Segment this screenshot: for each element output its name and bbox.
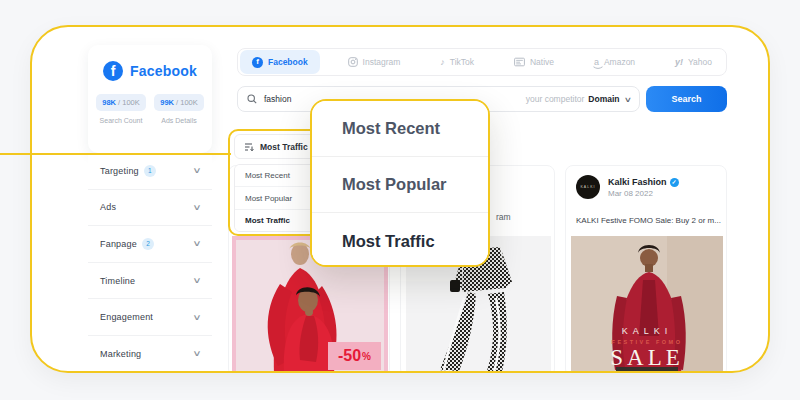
ad-image-kalki-sale: KALKI FESTIVE FOMO SALE ENDS SOON <box>571 236 723 373</box>
search-icon <box>247 90 257 108</box>
tab-label: Amazon <box>604 57 635 67</box>
ad-card-kalki[interactable]: KALKI Kalki Fashion✓ Mar 08 2022 KALKI F… <box>565 165 727 373</box>
sidebar-item-targeting[interactable]: Targeting 1 ∨ <box>88 153 212 190</box>
tab-tiktok[interactable]: ♪ TikTok <box>428 50 486 74</box>
ads-details-pill: 99K / 100K <box>154 94 204 111</box>
yahoo-icon: y! <box>675 57 683 67</box>
search-count-label: Search Count <box>100 117 143 124</box>
network-tab-bar: f Facebook Instagram ♪ TikTok Native a <box>237 48 727 76</box>
ad-date: Mar 08 2022 <box>608 189 653 198</box>
popup-option-most-recent[interactable]: Most Recent <box>312 101 488 157</box>
sort-icon <box>244 138 254 156</box>
menu-label: Marketing <box>100 349 141 359</box>
instagram-icon <box>348 57 358 67</box>
app-window-frame: f Facebook 98K / 100K Search Count 99K /… <box>30 25 770 373</box>
magnified-sort-popup: Most Recent Most Popular Most Traffic <box>310 99 490 267</box>
search-count-pill: 98K / 100K <box>96 94 146 111</box>
facebook-logo-icon: f <box>103 61 123 81</box>
annotation-line <box>0 153 231 155</box>
menu-label: Targeting <box>100 166 139 176</box>
sidebar-item-timeline[interactable]: Timeline ∨ <box>88 263 212 300</box>
targeting-count-badge: 1 <box>144 165 156 177</box>
ads-details-label: Ads Details <box>161 117 196 124</box>
competitor-hint: your competitor <box>526 94 585 104</box>
ad-description: KALKI Festive FOMO Sale: Buy 2 or m... <box>576 216 721 225</box>
fanpage-count-badge: 2 <box>142 238 154 250</box>
sidebar-filter-menu: Targeting 1 ∨ Ads ∨ Fanpage 2 ∨ Timeline… <box>88 153 212 373</box>
ad-text-fragment: ram <box>496 212 511 222</box>
menu-label: Ads <box>100 202 116 212</box>
chevron-down-icon: ∨ <box>192 276 201 285</box>
popup-option-most-popular[interactable]: Most Popular <box>312 157 488 213</box>
menu-label: Engagement <box>100 312 153 322</box>
search-button[interactable]: Search <box>646 86 727 112</box>
sidebar-brand-card: f Facebook 98K / 100K Search Count 99K /… <box>88 45 212 153</box>
kalki-cta-button: ENDS SOON <box>616 367 678 373</box>
tab-label: Facebook <box>268 57 308 67</box>
tab-amazon[interactable]: a Amazon <box>582 50 647 74</box>
chevron-down-icon: ∨ <box>192 239 201 248</box>
tab-label: Native <box>530 57 554 67</box>
menu-label: Fanpage <box>100 239 137 249</box>
tab-facebook[interactable]: f Facebook <box>240 50 320 74</box>
tab-label: Instagram <box>363 57 401 67</box>
ad-card-header: KALKI Kalki Fashion✓ Mar 08 2022 KALKI F… <box>566 166 726 236</box>
search-count-value: 98K <box>102 98 116 107</box>
tab-native[interactable]: Native <box>502 50 566 74</box>
chevron-down-icon: ∨ <box>192 313 201 322</box>
tiktok-icon: ♪ <box>440 57 445 67</box>
brand-row: f Facebook <box>103 61 197 81</box>
search-count-stat: 98K / 100K Search Count <box>96 94 146 124</box>
amazon-icon: a <box>594 57 599 67</box>
sidebar-item-marketing[interactable]: Marketing ∨ <box>88 336 212 373</box>
facebook-icon: f <box>252 57 263 68</box>
advertiser-avatar: KALKI <box>576 175 600 199</box>
chevron-down-icon: ∨ <box>192 203 201 212</box>
tab-instagram[interactable]: Instagram <box>336 50 413 74</box>
search-count-total: / 100K <box>118 98 140 107</box>
ads-details-value: 99K <box>160 98 174 107</box>
verified-badge-icon: ✓ <box>670 178 679 187</box>
chevron-down-icon: ∨ <box>192 166 201 175</box>
domain-select[interactable]: Domain <box>588 94 619 104</box>
popup-option-most-traffic[interactable]: Most Traffic <box>312 213 488 267</box>
chevron-down-icon[interactable]: ∨ <box>623 95 631 104</box>
tab-yahoo[interactable]: y! Yahoo <box>663 50 724 74</box>
brand-name: Facebook <box>130 63 197 79</box>
sidebar-item-fanpage[interactable]: Fanpage 2 ∨ <box>88 226 212 263</box>
discount-badge: -50% <box>328 342 381 370</box>
tab-label: Yahoo <box>688 57 712 67</box>
ads-details-stat: 99K / 100K Ads Details <box>154 94 204 124</box>
ads-details-total: / 100K <box>176 98 198 107</box>
native-ads-icon <box>514 57 525 67</box>
sidebar-item-ads[interactable]: Ads ∨ <box>88 190 212 227</box>
kalki-brand-text: KALKI <box>571 326 723 336</box>
tab-label: TikTok <box>450 57 474 67</box>
sidebar-item-engagement[interactable]: Engagement ∨ <box>88 299 212 336</box>
chevron-down-icon: ∨ <box>192 349 201 358</box>
menu-label: Timeline <box>100 276 135 286</box>
sort-selected-label: Most Traffic <box>260 142 308 152</box>
advertiser-name: Kalki Fashion✓ <box>608 177 679 187</box>
